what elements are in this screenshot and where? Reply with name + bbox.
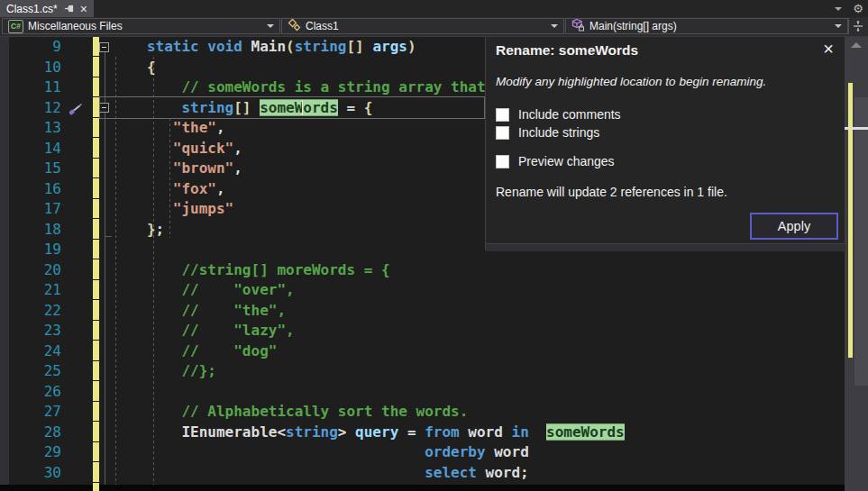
scrollbar-thumb[interactable] — [854, 97, 868, 386]
code-line[interactable]: // "lazy", — [121, 321, 295, 341]
chevron-down-icon — [835, 24, 842, 28]
code-line[interactable]: { — [121, 58, 156, 78]
code-segment: ; — [156, 221, 165, 238]
scrollbar-change-annotation — [848, 83, 853, 358]
line-number[interactable]: 23 — [0, 321, 61, 341]
code-segment: in — [512, 423, 529, 441]
code-line[interactable]: select word; — [121, 463, 529, 484]
code-line[interactable]: "brown", — [121, 159, 242, 179]
tabstrip-actions: ⚙ — [835, 0, 863, 17]
code-line[interactable]: "quick", — [121, 139, 242, 159]
tab-close-icon[interactable]: × — [80, 3, 87, 15]
code-segment: // "dog" — [181, 342, 277, 359]
code-segment: IEnumerable< — [181, 423, 286, 441]
line-number[interactable]: 15 — [0, 159, 61, 179]
code-segment: string — [295, 38, 347, 55]
line-number[interactable]: 25 — [0, 361, 61, 382]
code-segment — [364, 38, 373, 55]
scroll-up-arrow-icon[interactable] — [851, 42, 862, 48]
pin-icon[interactable] — [64, 1, 74, 17]
fold-marker-collapse[interactable] — [99, 42, 109, 52]
code-line[interactable]: "fox", — [121, 179, 225, 200]
code-segment — [121, 119, 173, 136]
code-line[interactable]: // Alphabetically sort the words. — [121, 402, 468, 423]
code-segment: // "over", — [181, 281, 294, 298]
vertical-scrollbar[interactable] — [845, 37, 868, 491]
code-segment — [121, 322, 181, 339]
apply-button[interactable]: Apply — [750, 213, 838, 240]
checkbox[interactable] — [496, 108, 509, 122]
type-dropdown[interactable]: Class1 — [281, 18, 564, 34]
code-segment: , — [216, 119, 225, 136]
code-segment: "quick" — [173, 140, 233, 157]
close-icon[interactable]: × — [823, 39, 834, 59]
tab-label: Class1.cs* — [6, 3, 58, 15]
code-line[interactable]: "jumps" — [121, 199, 233, 220]
line-number[interactable]: 12 — [0, 98, 61, 119]
code-line[interactable]: static void Main(string[] args) — [121, 37, 416, 58]
code-line[interactable]: }; — [121, 220, 164, 241]
checkbox-label[interactable]: Preview changes — [518, 154, 615, 168]
member-dropdown[interactable]: Main(string[] args) — [565, 18, 848, 34]
line-number[interactable]: 19 — [0, 240, 61, 260]
line-number[interactable]: 27 — [0, 402, 61, 423]
code-line[interactable]: //}; — [121, 361, 216, 382]
checkbox-row[interactable]: Include comments — [496, 105, 621, 123]
code-segment — [121, 140, 173, 157]
changed-lines-bar — [93, 37, 99, 491]
code-line[interactable]: // "the", — [121, 301, 286, 322]
code-line[interactable]: // "over", — [121, 280, 295, 301]
line-number[interactable]: 13 — [0, 118, 61, 139]
checkbox[interactable] — [496, 126, 509, 140]
chevron-down-icon — [551, 24, 558, 28]
line-number[interactable]: 16 — [0, 179, 61, 200]
code-segment: , — [216, 180, 225, 197]
code-segment: // "lazy", — [181, 322, 294, 339]
checkbox-label[interactable]: Include strings — [518, 125, 599, 140]
project-dropdown[interactable]: C# Miscellaneous Files — [2, 18, 280, 34]
code-segment: "jumps" — [173, 200, 233, 217]
rename-summary: Rename will update 2 references in 1 fil… — [496, 185, 727, 199]
checkbox-label[interactable]: Include comments — [518, 107, 621, 122]
visual-studio-window: Class1.cs* × ⚙ C# Miscellaneous Files — [0, 0, 868, 491]
code-line[interactable]: orderby word — [121, 442, 529, 463]
line-number[interactable]: 14 — [0, 139, 61, 159]
line-number[interactable]: 11 — [0, 77, 61, 98]
line-number[interactable]: 9 — [0, 37, 61, 58]
code-segment — [121, 59, 147, 76]
code-segment — [121, 78, 181, 95]
rename-target-highlight: someWords — [546, 423, 625, 441]
line-number[interactable]: 20 — [0, 260, 61, 281]
line-number[interactable]: 21 — [0, 280, 61, 301]
line-number[interactable]: 24 — [0, 341, 61, 362]
code-line[interactable]: "the", — [121, 118, 225, 139]
line-number[interactable]: 17 — [0, 199, 61, 220]
checkbox-row[interactable]: Include strings — [496, 123, 621, 141]
rename-screwdriver-icon[interactable] — [67, 100, 85, 118]
line-number[interactable]: 18 — [0, 220, 61, 241]
code-line[interactable]: // "dog" — [121, 341, 277, 362]
tab-list-dropdown-icon[interactable] — [835, 7, 842, 11]
line-number[interactable]: 26 — [0, 382, 61, 403]
chevron-down-icon — [267, 24, 274, 28]
settings-gear-icon[interactable]: ⚙ — [853, 3, 863, 14]
code-line[interactable]: IEnumerable<string> query = from word in… — [121, 423, 625, 443]
checkbox-row[interactable]: Preview changes — [496, 152, 621, 170]
code-segment: "the" — [173, 119, 216, 136]
code-segment: query — [355, 423, 398, 441]
line-number[interactable]: 28 — [0, 423, 61, 443]
tab-class1[interactable]: Class1.cs* × — [0, 0, 94, 17]
line-number[interactable]: 10 — [0, 58, 61, 78]
code-segment — [121, 221, 147, 238]
rename-tracking-outline — [99, 96, 485, 119]
code-line[interactable]: //string[] moreWords = { — [121, 260, 390, 281]
checkbox[interactable] — [496, 155, 509, 168]
line-number[interactable]: 22 — [0, 301, 61, 322]
line-number[interactable]: 30 — [0, 463, 61, 484]
code-segment: void — [207, 38, 242, 55]
code-segment — [529, 423, 546, 441]
code-segment: static — [147, 38, 199, 55]
line-number[interactable]: 29 — [0, 442, 61, 463]
code-segment — [121, 403, 181, 420]
split-window-button[interactable] — [848, 18, 866, 34]
